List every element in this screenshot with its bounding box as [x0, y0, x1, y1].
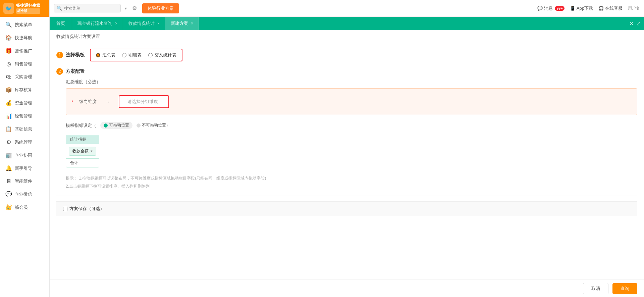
- stat-cell-total: 合计: [66, 158, 99, 167]
- sidebar-item-hardware[interactable]: 🖥 智能硬件: [0, 175, 49, 188]
- tab-stat-label: 收款情况统计: [128, 20, 155, 27]
- step2-number: 2: [56, 68, 63, 75]
- sidebar-item-marketing[interactable]: 🎁 营销推广: [0, 44, 49, 57]
- tab-home-label: 首页: [56, 20, 65, 27]
- sidebar-item-label: 营销推广: [15, 48, 32, 54]
- download-button[interactable]: 📱 App下载: [570, 5, 593, 11]
- not-movable-tag: 不可拖动位置）: [137, 122, 170, 128]
- sidebar-item-label: 新手引导: [15, 165, 32, 171]
- sidebar-item-wechat[interactable]: 💬 企业微信: [0, 188, 49, 201]
- search-icon: 🔍: [5, 21, 12, 28]
- sidebar-item-label: 智能硬件: [15, 178, 32, 184]
- movable-label: 可拖动位置: [109, 122, 129, 128]
- radio-cross-label: 交叉统计表: [155, 52, 176, 58]
- stat-tag-label: 收款金额: [72, 148, 89, 154]
- tab-bank-close-icon[interactable]: ×: [115, 21, 117, 26]
- page-header: 收款情况统计方案设置: [50, 30, 644, 43]
- logo-text: 畅捷通好生意: [16, 3, 40, 8]
- radio-summary-input[interactable]: [96, 53, 100, 57]
- sidebar-item-basic[interactable]: 📋 基础信息: [0, 122, 49, 136]
- download-label: App下载: [577, 5, 593, 11]
- sidebar-item-member[interactable]: 👑 畅会员: [0, 201, 49, 214]
- app-logo: 🐦 畅捷通好生意 标准版: [0, 0, 49, 17]
- save-label[interactable]: 方案保存（可选）: [69, 206, 104, 212]
- radio-cross[interactable]: 交叉统计表: [148, 52, 176, 58]
- system-icon: ⚙: [5, 139, 12, 145]
- home-icon: 🏠: [5, 35, 12, 41]
- dimension-area: * 纵向维度 → 请选择分组维度: [66, 88, 637, 115]
- radio-detail[interactable]: 明细表: [122, 52, 142, 58]
- query-button[interactable]: 查询: [612, 283, 637, 294]
- tabbar-controls: ✕ ⤢: [626, 20, 644, 27]
- step1-section: 1 选择模板 汇总表 明细表 交叉统计表: [56, 49, 637, 61]
- tab-bank[interactable]: 现金银行流水查询 ×: [72, 17, 123, 30]
- enterprise-icon: 🏢: [5, 152, 12, 158]
- divider: [56, 196, 637, 196]
- operation-icon: 📊: [5, 113, 12, 119]
- page-content: 收款情况统计方案设置 1 选择模板 汇总表 明细表: [50, 30, 644, 297]
- sidebar-item-label: 经营管理: [15, 113, 32, 119]
- member-icon: 👑: [5, 204, 12, 210]
- indicator-label: 模板指标设定（ 可拖动位置 不可拖动位置）: [66, 122, 637, 129]
- sales-icon: ◎: [5, 61, 12, 67]
- not-movable-label: 不可拖动位置）: [142, 122, 170, 128]
- maximize-icon[interactable]: ⤢: [636, 20, 641, 27]
- save-checkbox[interactable]: [63, 207, 67, 211]
- sidebar-item-system[interactable]: ⚙ 系统管理: [0, 136, 49, 149]
- radio-detail-input[interactable]: [122, 53, 126, 57]
- stat-box: 统计指标 收款金额 ▾ 合计: [66, 135, 99, 167]
- movable-tag: 可拖动位置: [100, 122, 132, 129]
- arrow-right-icon: →: [105, 98, 111, 105]
- sidebar-item-finance[interactable]: 💰 资金管理: [0, 96, 49, 109]
- edition-badge: 标准版: [16, 8, 40, 14]
- support-button[interactable]: 🎧 在线客服: [598, 5, 623, 11]
- row-dimension-label: 纵向维度: [79, 99, 97, 105]
- topbar-right: 💬 消息 99+ 📱 App下载 🎧 在线客服 用户名: [537, 5, 640, 11]
- sidebar-item-label: 畅会员: [15, 204, 28, 210]
- search-chevron-icon[interactable]: ▾: [125, 6, 127, 11]
- save-option: 方案保存（可选）: [56, 201, 637, 216]
- stat-tag-amount[interactable]: 收款金额 ▾: [69, 147, 96, 156]
- tab-stat[interactable]: 收款情况统计 ×: [123, 17, 165, 30]
- sidebar-item-label: 销售管理: [15, 61, 32, 67]
- tab-new-label: 新建方案: [171, 20, 188, 27]
- tab-new-close-icon[interactable]: ×: [191, 21, 193, 26]
- sidebar-nav: 🔍 搜索菜单 🏠 快捷导航 🎁 营销推广 ◎ 销售管理 🛍 采购管理 📦 库存核…: [0, 17, 49, 297]
- bottom-bar: 取消 查询: [50, 280, 644, 297]
- tip-text-2: 2.点击标题栏下拉可设置排序、插入列和删除列: [66, 182, 150, 190]
- tab-stat-close-icon[interactable]: ×: [157, 21, 160, 26]
- radio-summary[interactable]: 汇总表: [96, 52, 115, 58]
- sidebar-item-quick[interactable]: 🏠 快捷导航: [0, 31, 49, 44]
- logo-icon: 🐦: [3, 3, 14, 14]
- sidebar-item-search[interactable]: 🔍 搜索菜单: [0, 18, 49, 31]
- sidebar-item-guide[interactable]: 🔔 新手引导: [0, 162, 49, 175]
- wechat-icon: 💬: [5, 191, 12, 197]
- cancel-button[interactable]: 取消: [583, 283, 608, 294]
- sidebar-item-enterprise[interactable]: 🏢 企业协同: [0, 149, 49, 162]
- search-box[interactable]: 🔍: [54, 4, 121, 12]
- tab-new[interactable]: 新建方案 ×: [165, 17, 199, 30]
- finance-icon: 💰: [5, 100, 12, 106]
- trial-button[interactable]: 体验行业方案: [142, 3, 179, 13]
- search-input[interactable]: [64, 6, 114, 11]
- message-button[interactable]: 💬 消息 99+: [537, 5, 565, 11]
- step2-title: 方案配置: [66, 68, 85, 75]
- sidebar: 🐦 畅捷通好生意 标准版 🔍 搜索菜单 🏠 快捷导航 🎁 营销推广 ◎ 销售管理…: [0, 0, 50, 297]
- close-window-icon[interactable]: ✕: [629, 20, 634, 27]
- guide-icon: 🔔: [5, 165, 12, 171]
- radio-cross-input[interactable]: [148, 53, 153, 57]
- sidebar-item-operation[interactable]: 📊 经营管理: [0, 109, 49, 122]
- gear-icon[interactable]: ⚙: [132, 5, 137, 11]
- message-label: 消息: [544, 5, 553, 11]
- breadcrumb: 收款情况统计方案设置: [56, 34, 100, 39]
- sidebar-item-sales[interactable]: ◎ 销售管理: [0, 57, 49, 70]
- indicator-label-text: 模板指标设定（: [66, 122, 96, 129]
- sidebar-item-purchase[interactable]: 🛍 采购管理: [0, 70, 49, 83]
- dimension-select[interactable]: 请选择分组维度: [119, 95, 169, 108]
- tab-home[interactable]: 首页: [50, 17, 72, 30]
- support-label: 在线客服: [605, 5, 623, 11]
- sidebar-item-inventory[interactable]: 📦 库存核算: [0, 83, 49, 96]
- dimension-label: 汇总维度（必选）: [66, 79, 637, 85]
- sidebar-item-label: 搜索菜单: [15, 22, 32, 28]
- sidebar-item-label: 系统管理: [15, 139, 32, 145]
